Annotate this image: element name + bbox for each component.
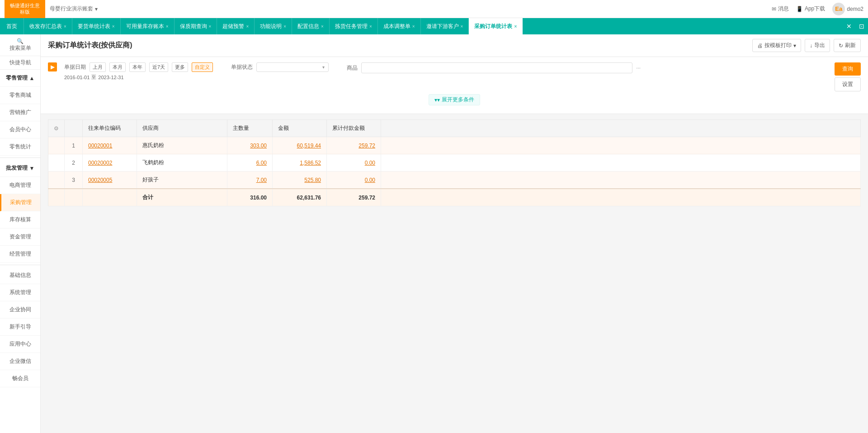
sidebar-item-member-center[interactable]: 会员中心 — [0, 121, 40, 138]
workspace-selector[interactable]: 母婴行业演示账套 ▾ — [45, 5, 102, 13]
row-code-link[interactable]: 00020001 — [88, 143, 112, 149]
date-shortcut-more[interactable]: 更多 — [172, 62, 188, 72]
row-code-cell[interactable]: 00020005 — [83, 171, 137, 189]
sidebar-item-basic-info[interactable]: 基础信息 — [0, 267, 40, 284]
tab-overstock-alert-close[interactable]: × — [246, 24, 249, 29]
sidebar-item-ecommerce[interactable]: 电商管理 — [0, 177, 40, 194]
sidebar-item-finance[interactable]: 资金管理 — [0, 228, 40, 246]
tab-home[interactable]: 首页 — [0, 18, 24, 34]
table-settings-icon[interactable]: ⚙ — [54, 125, 59, 132]
tab-expiry-query[interactable]: 保质期查询 × — [175, 18, 217, 34]
total-extra-cell — [381, 189, 861, 206]
row-qty-cell[interactable]: 6.00 — [227, 154, 273, 171]
tab-config-info-close[interactable]: × — [321, 24, 324, 29]
goods-filter-input[interactable] — [361, 62, 632, 73]
tab-order-summary-label: 要货单统计表 — [78, 23, 110, 30]
row-paid-cell[interactable]: 259.72 — [327, 137, 381, 154]
row-qty-cell[interactable]: 7.00 — [227, 171, 273, 189]
tab-expiry-query-close[interactable]: × — [209, 24, 212, 29]
total-settings-cell — [48, 189, 65, 206]
sidebar-item-vip[interactable]: 畅会员 — [0, 370, 40, 387]
sidebar-system-label: 系统管理 — [9, 289, 31, 295]
row-amount-link[interactable]: 60,519.44 — [297, 143, 321, 149]
row-code-cell[interactable]: 00020001 — [83, 137, 137, 154]
tab-pick-task-close[interactable]: × — [369, 24, 372, 29]
tab-inventory-ledger[interactable]: 可用量库存账本 × — [121, 18, 175, 34]
tab-close-all-button[interactable]: ✕ — [843, 23, 855, 30]
sidebar-item-enterprise-wechat[interactable]: 企业微信 — [0, 353, 40, 370]
export-button[interactable]: ↓ 导出 — [805, 39, 830, 52]
status-filter-select[interactable]: ▾ — [256, 62, 329, 72]
tab-maximize-button[interactable]: ⊡ — [855, 23, 868, 30]
tab-cost-adjustment-close[interactable]: × — [412, 24, 415, 29]
sidebar-item-wholesale-mgmt[interactable]: 批发管理 ▼ — [0, 160, 40, 177]
date-shortcut-custom[interactable]: 自定义 — [192, 62, 213, 72]
tab-receive-summary[interactable]: 收发存汇总表 × — [24, 18, 72, 34]
tab-cost-adjustment[interactable]: 成本调整单 × — [378, 18, 421, 34]
tab-overstock-alert[interactable]: 超储预警 × — [217, 18, 255, 34]
date-shortcut-7days[interactable]: 近7天 — [149, 62, 168, 72]
settings-button[interactable]: 设置 — [835, 77, 861, 91]
tab-invite-downstream-close[interactable]: × — [461, 24, 463, 29]
row-amount-cell[interactable]: 60,519.44 — [273, 137, 327, 154]
sidebar-quick-nav[interactable]: 快捷导航 — [0, 56, 40, 70]
messages-button[interactable]: ✉ 消息 — [772, 5, 789, 13]
tab-inventory-ledger-close[interactable]: × — [166, 24, 169, 29]
row-code-link[interactable]: 00020005 — [88, 177, 112, 183]
tab-invite-downstream[interactable]: 邀请下游客户 × — [421, 18, 469, 34]
user-profile[interactable]: Ea demo2 — [832, 3, 863, 15]
print-label: 按模板打印 — [764, 42, 792, 49]
sidebar-item-system-mgmt[interactable]: 系统管理 — [0, 284, 40, 301]
total-num-cell — [65, 189, 83, 206]
sidebar-item-retail-stats[interactable]: 零售统计 — [0, 138, 40, 156]
date-shortcut-last-month[interactable]: 上月 — [90, 62, 106, 72]
goods-filter-more[interactable]: ··· — [636, 65, 641, 71]
row-paid-cell[interactable]: 0.00 — [327, 154, 381, 171]
sidebar-item-retail-store[interactable]: 零售商城 — [0, 87, 40, 104]
expand-more-button[interactable]: ▾▾ 展开更多条件 — [429, 94, 480, 105]
refresh-button[interactable]: ↻ 刷新 — [834, 39, 861, 52]
tab-receive-summary-close[interactable]: × — [64, 24, 66, 29]
tab-function-desc-close[interactable]: × — [283, 24, 286, 29]
row-paid-cell[interactable]: 0.00 — [327, 171, 381, 189]
row-code-cell[interactable]: 00020002 — [83, 154, 137, 171]
print-button[interactable]: 🖨 按模板打印 ▾ — [752, 39, 801, 52]
row-qty-link[interactable]: 6.00 — [256, 160, 267, 166]
tab-purchase-order-summary-close[interactable]: × — [514, 24, 517, 29]
sidebar-item-new-guide[interactable]: 新手引导 — [0, 319, 40, 336]
row-amount-link[interactable]: 1,586.52 — [300, 160, 321, 166]
col-header-settings[interactable]: ⚙ — [48, 120, 65, 137]
sidebar-item-retail-mgmt[interactable]: 零售管理 ▲ — [0, 70, 40, 87]
row-qty-cell[interactable]: 303.00 — [227, 137, 273, 154]
row-paid-link[interactable]: 259.72 — [359, 143, 375, 149]
sidebar-item-marketing[interactable]: 营销推广 — [0, 104, 40, 121]
tab-function-desc[interactable]: 功能说明 × — [255, 18, 292, 34]
tab-order-summary[interactable]: 要货单统计表 × — [72, 18, 121, 34]
row-qty-link[interactable]: 303.00 — [250, 143, 267, 149]
row-amount-cell[interactable]: 1,586.52 — [273, 154, 327, 171]
row-amount-link[interactable]: 525.80 — [304, 177, 321, 183]
sidebar-item-ops-mgmt[interactable]: 经营管理 — [0, 246, 40, 263]
date-shortcut-this-year[interactable]: 本年 — [129, 62, 146, 72]
app-download-button[interactable]: 📱 App下载 — [796, 5, 825, 13]
export-icon: ↓ — [810, 43, 812, 49]
row-paid-link[interactable]: 0.00 — [365, 177, 375, 183]
row-code-link[interactable]: 00020002 — [88, 160, 112, 166]
row-paid-link[interactable]: 0.00 — [365, 160, 375, 166]
tab-config-info[interactable]: 配置信息 × — [292, 18, 330, 34]
sidebar-item-inventory-check[interactable]: 库存核算 — [0, 211, 40, 228]
nav-tabs-bar: 首页 收发存汇总表 × 要货单统计表 × 可用量库存账本 × 保质期查询 × 超… — [0, 18, 868, 34]
tab-pick-task[interactable]: 拣货任务管理 × — [330, 18, 378, 34]
sidebar-item-app-center[interactable]: 应用中心 — [0, 336, 40, 353]
row-amount-cell[interactable]: 525.80 — [273, 171, 327, 189]
query-button[interactable]: 查询 — [835, 62, 861, 76]
tab-purchase-order-summary[interactable]: 采购订单统计表 × — [469, 18, 523, 34]
sidebar-item-enterprise-collab[interactable]: 企业协同 — [0, 301, 40, 319]
row-qty-link[interactable]: 7.00 — [256, 177, 267, 183]
tab-order-summary-close[interactable]: × — [112, 24, 115, 29]
sidebar-retail-stats-label: 零售统计 — [9, 143, 31, 150]
date-shortcut-this-month[interactable]: 本月 — [109, 62, 126, 72]
filter-toggle-arrow[interactable]: ▶ — [48, 62, 57, 71]
sidebar-search[interactable]: 🔍 搜索菜单 — [0, 34, 40, 56]
sidebar-item-purchase-mgmt[interactable]: 采购管理 — [0, 194, 40, 211]
